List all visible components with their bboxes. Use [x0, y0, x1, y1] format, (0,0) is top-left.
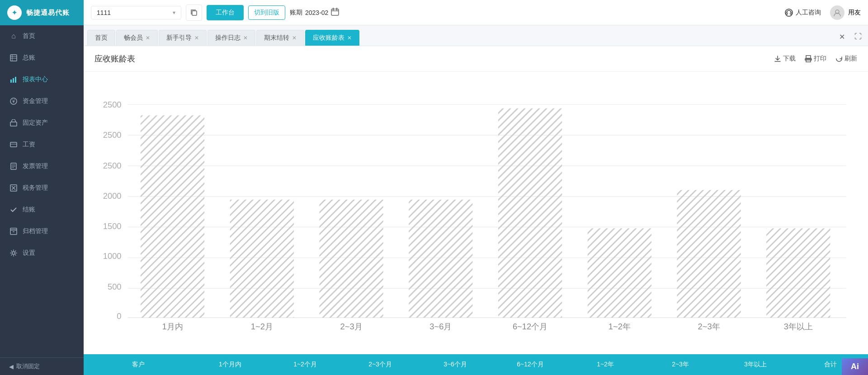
refresh-label: 刷新: [844, 55, 857, 63]
svg-rect-9: [10, 122, 17, 126]
nav-label-reports: 报表中心: [23, 75, 48, 84]
sidebar-item-settings[interactable]: 设置: [0, 242, 84, 264]
print-icon: [805, 55, 812, 62]
tab-home[interactable]: 首页: [87, 30, 115, 46]
workbench-button[interactable]: 工作台: [207, 5, 244, 20]
print-label: 打印: [814, 55, 826, 63]
nav-label-salary: 工资: [23, 141, 35, 149]
svg-text:2~3年: 2~3年: [698, 322, 720, 331]
tab-oplog[interactable]: 操作日志 ✕: [208, 30, 255, 46]
svg-text:1000: 1000: [103, 251, 122, 261]
refresh-button[interactable]: 刷新: [835, 55, 857, 63]
sidebar-item-checkout[interactable]: 结账: [0, 199, 84, 220]
company-select[interactable]: 1111 ▾: [91, 6, 181, 19]
svg-text:2000: 2000: [103, 191, 122, 201]
tab-close-member[interactable]: ✕: [146, 35, 150, 41]
bar-1-2年: [588, 228, 651, 318]
period-value: 2023-02: [305, 9, 328, 16]
nav-label-tax: 税务管理: [23, 184, 48, 192]
chevron-down-icon: ▾: [173, 9, 175, 16]
sidebar-item-archive[interactable]: 归档管理: [0, 220, 84, 242]
consult-button[interactable]: 人工咨询: [785, 9, 821, 17]
sidebar-item-invoice[interactable]: 发票管理: [0, 155, 84, 177]
refresh-icon: [835, 55, 843, 62]
switch-version-button[interactable]: 切到旧版: [248, 5, 285, 20]
cancel-fixed-btn[interactable]: ◀ 取消固定: [0, 357, 84, 375]
download-button[interactable]: 下载: [774, 55, 796, 63]
print-button[interactable]: 打印: [805, 55, 826, 63]
consult-label: 人工咨询: [796, 9, 821, 17]
maximize-button[interactable]: ⛶: [852, 30, 864, 43]
sidebar-item-salary[interactable]: 工资: [0, 134, 84, 155]
svg-rect-20: [10, 228, 17, 230]
sidebar-item-fund[interactable]: ¥ 资金管理: [0, 90, 84, 112]
tab-close-guide[interactable]: ✕: [194, 35, 199, 41]
tax-icon: [9, 183, 18, 192]
ai-badge[interactable]: Ai: [842, 358, 868, 375]
col-customer: 客户: [84, 361, 193, 369]
calendar-icon[interactable]: [331, 8, 339, 17]
tab-guide[interactable]: 新手引导 ✕: [159, 30, 207, 46]
content-area: 应收账龄表 下载 打印 刷新 2: [84, 46, 868, 375]
svg-rect-30: [790, 13, 792, 14]
svg-rect-6: [15, 77, 16, 83]
svg-text:500: 500: [108, 282, 122, 291]
home-icon: ⌂: [9, 32, 18, 41]
svg-text:6~12个月: 6~12个月: [513, 322, 547, 331]
user-menu[interactable]: 用友: [830, 5, 861, 20]
avatar: [830, 5, 844, 20]
svg-text:3年以上: 3年以上: [784, 322, 813, 331]
tab-label-period-end: 期末结转: [264, 34, 289, 42]
sidebar-item-fixed-assets[interactable]: 固定资产: [0, 112, 84, 134]
pin-icon: ◀: [9, 363, 14, 370]
svg-rect-24: [331, 9, 339, 15]
sidebar-item-tax[interactable]: 税务管理: [0, 177, 84, 199]
svg-text:1500: 1500: [103, 221, 122, 231]
tab-member[interactable]: 畅会员 ✕: [116, 30, 158, 46]
company-name: 1111: [97, 9, 170, 16]
user-name: 用友: [848, 9, 861, 17]
svg-text:0: 0: [117, 311, 121, 321]
col-3-6month: 3~6个月: [418, 361, 493, 369]
nav-label-fixed-assets: 固定资产: [23, 119, 48, 127]
svg-rect-4: [10, 80, 12, 83]
invoice-icon: [9, 162, 18, 171]
nav-label-home: 首页: [23, 32, 35, 40]
bar-1-2月: [230, 200, 294, 318]
bar-6-12月: [498, 108, 562, 318]
tab-ar-aging[interactable]: 应收账龄表 ✕: [305, 30, 359, 46]
nav-label-archive: 归档管理: [23, 227, 48, 235]
bar-chart: 2500 2500 2500 2000 1500 1000 500 0: [93, 76, 859, 350]
header-actions: 下载 打印 刷新: [774, 55, 857, 63]
sidebar-item-home[interactable]: ⌂ 首页: [0, 25, 84, 47]
tab-label-home: 首页: [95, 34, 108, 42]
logo-icon: ✦: [7, 5, 22, 20]
tab-period-end[interactable]: 期末结转 ✕: [256, 30, 304, 46]
nav-label-settings: 设置: [23, 249, 35, 257]
svg-text:2~3月: 2~3月: [340, 322, 362, 331]
sidebar-item-general-ledger[interactable]: 总账: [0, 47, 84, 69]
tab-close-oplog[interactable]: ✕: [243, 35, 248, 41]
col-2-3year: 2~3年: [643, 361, 718, 369]
nav-label-checkout: 结账: [23, 206, 35, 214]
fund-icon: ¥: [9, 97, 18, 106]
close-all-tabs-button[interactable]: ✕: [835, 30, 848, 43]
cancel-fixed-label: 取消固定: [16, 362, 40, 370]
tab-close-ar-aging[interactable]: ✕: [347, 35, 352, 41]
svg-point-22: [12, 252, 15, 254]
tab-bar-actions: ✕ ⛶: [835, 30, 864, 46]
tab-label-member: 畅会员: [124, 34, 143, 42]
page-header: 应收账龄表 下载 打印 刷新: [84, 46, 868, 72]
col-1-2month: 1~2个月: [268, 361, 343, 369]
fixed-assets-icon: [9, 118, 18, 127]
archive-icon: [9, 227, 18, 236]
sidebar-item-reports[interactable]: 报表中心: [0, 69, 84, 90]
copy-button[interactable]: [186, 5, 202, 21]
reports-icon: [9, 75, 18, 84]
ledger-icon: [9, 53, 18, 62]
tab-label-ar-aging: 应收账龄表: [313, 34, 344, 42]
chart-container: 2500 2500 2500 2000 1500 1000 500 0: [84, 72, 868, 354]
checkout-icon: [9, 205, 18, 214]
tab-close-period-end[interactable]: ✕: [292, 35, 297, 41]
copy-icon: [190, 9, 198, 16]
